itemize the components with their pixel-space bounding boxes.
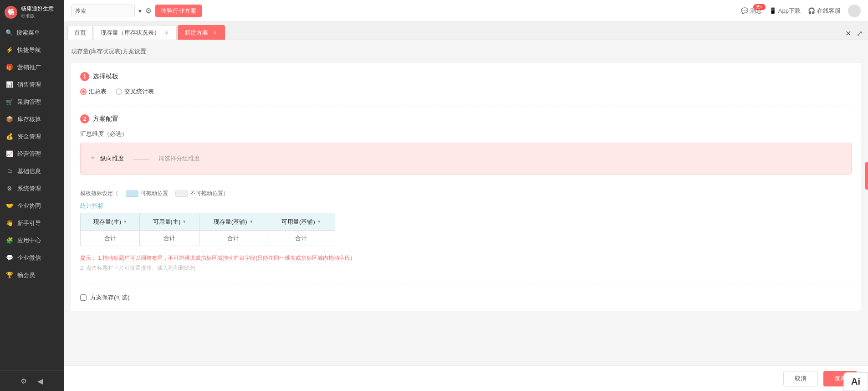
legend-draggable-box <box>126 190 138 197</box>
marketing-icon: 🎁 <box>5 63 14 72</box>
dim-separator: —— <box>133 154 149 164</box>
indicator-legend: 模板指标设定（ 可拖动位置 不可拖动位置） <box>80 190 852 197</box>
quicknav-icon: ⚡ <box>5 46 14 54</box>
table-header-row: 现存量(主) ▾ 可用量(主) ▾ <box>81 213 335 231</box>
legend-draggable-item: 可拖动位置 <box>126 190 168 197</box>
step1-header: 1 选择模板 <box>80 72 852 81</box>
sidebar-item-purchase[interactable]: 🛒 采购管理 <box>0 93 64 111</box>
step1-section: 1 选择模板 汇总表 交叉统计表 <box>80 72 852 96</box>
save-row: 方案保存(可选) <box>80 293 852 302</box>
topbar-online-service[interactable]: 🎧 在线客服 <box>808 7 841 15</box>
cell-1: 合计 <box>81 231 140 246</box>
service-icon: 🎧 <box>808 7 815 14</box>
col1-chevron[interactable]: ▾ <box>124 219 127 225</box>
cancel-button[interactable]: 取消 <box>783 371 818 386</box>
col-header-1[interactable]: 现存量(主) ▾ <box>81 213 140 231</box>
content-area: 现存量(库存状况表)方案设置 1 选择模板 汇总表 <box>64 40 868 365</box>
operations-icon: 📈 <box>5 150 14 158</box>
right-panel-handle[interactable] <box>865 162 868 190</box>
sidebar-item-marketing[interactable]: 🎁 营销推广 <box>0 59 64 76</box>
sidebar-search[interactable]: 🔍 搜索菜单 <box>0 24 64 41</box>
col-header-4[interactable]: 可用量(基辅) ▾ <box>267 213 335 231</box>
user-avatar[interactable] <box>848 5 861 17</box>
window-expand-btn[interactable]: ⤢ <box>855 27 864 40</box>
message-badge: 99+ <box>753 4 766 10</box>
topbar-dropdown-btn[interactable]: ▾ <box>138 7 142 15</box>
sidebar-collapse-btn[interactable]: ◀ <box>34 375 46 387</box>
dimension-box[interactable]: * 纵向维度 —— 请选择分组维度 <box>80 143 852 175</box>
table-row: 合计 合计 合计 合计 <box>81 231 335 246</box>
tab-inventory[interactable]: 现存量（库存状况表） × <box>94 25 177 40</box>
sidebar-bottom: ⚙ ◀ <box>0 370 64 391</box>
topbar-gear-icon[interactable]: ⚙ <box>145 6 152 15</box>
tab-new-scheme[interactable]: 新建方案 × <box>178 25 225 40</box>
sidebar-logo: 畅 畅康通好生意 标准版 <box>0 0 64 24</box>
search-icon: 🔍 <box>5 29 13 36</box>
sidebar-item-basics[interactable]: 🗂 基础信息 <box>0 163 64 180</box>
window-close-btn[interactable]: ✕ <box>843 27 853 40</box>
sidebar-item-collab[interactable]: 🤝 企业协同 <box>0 197 64 215</box>
vertical-dim-label: 纵向维度 <box>100 154 124 163</box>
col-header-3[interactable]: 现存量(基辅) ▾ <box>199 213 267 231</box>
sidebar-item-inventory[interactable]: 📦 库存核算 <box>0 111 64 128</box>
sidebar-item-newbie[interactable]: 👋 新手引导 <box>0 215 64 232</box>
sidebar-item-quicknav[interactable]: ⚡ 快捷导航 <box>0 41 64 59</box>
tab-home[interactable]: 首页 <box>67 25 93 40</box>
required-star: * <box>92 155 94 162</box>
sidebar-item-appcenter[interactable]: 🧩 应用中心 <box>0 232 64 249</box>
collab-icon: 🤝 <box>5 202 14 210</box>
main-area: ▾ ⚙ 体验行业方案 💬 消息 99+ 📱 App下载 🎧 在线客服 首页 <box>64 0 868 391</box>
topbar-search-input[interactable] <box>71 5 135 17</box>
col-header-2[interactable]: 可用量(主) ▾ <box>140 213 199 231</box>
appcenter-icon: 🧩 <box>5 237 14 245</box>
radio-summary-dot <box>82 90 85 93</box>
system-icon: ⚙ <box>5 185 14 193</box>
legend-fixed-item: 不可拖动位置） <box>175 190 229 197</box>
cell-3: 合计 <box>199 231 267 246</box>
app-icon: 📱 <box>769 7 776 14</box>
finance-icon: 💰 <box>5 133 14 141</box>
page-title: 现存量(库存状况表)方案设置 <box>71 47 861 56</box>
template-radio-group: 汇总表 交叉统计表 <box>80 87 852 96</box>
tab-new-scheme-close[interactable]: × <box>212 30 218 36</box>
sidebar-item-system[interactable]: ⚙ 系统管理 <box>0 180 64 197</box>
col3-chevron[interactable]: ▾ <box>250 219 253 225</box>
sidebar-item-sales[interactable]: 📊 销售管理 <box>0 76 64 93</box>
tip-1: 1.拖动标题栏可以调整布局，不可跨维度或指标区域拖动栏目字段(只能在同一维度或指… <box>98 255 352 261</box>
tips-section: 提示： 1.拖动标题栏可以调整布局，不可跨维度或指标区域拖动栏目字段(只能在同一… <box>80 253 852 273</box>
step2-title: 方案配置 <box>93 115 118 123</box>
logo-text: 畅康通好生意 标准版 <box>21 5 54 19</box>
sidebar-item-finance[interactable]: 💰 资金管理 <box>0 128 64 145</box>
window-controls: ✕ ⤢ <box>843 27 864 40</box>
summary-dim-label: 汇总维度（必选） <box>80 130 852 138</box>
tab-inventory-close[interactable]: × <box>163 30 170 36</box>
trial-btn[interactable]: 体验行业方案 <box>155 5 202 17</box>
col2-chevron[interactable]: ▾ <box>183 219 186 225</box>
topbar-app-download[interactable]: 📱 App下载 <box>769 7 801 15</box>
legend-fixed-box <box>175 190 188 197</box>
step1-num: 1 <box>80 72 89 81</box>
logo-icon: 畅 <box>5 6 17 19</box>
cell-4: 合计 <box>267 231 335 246</box>
save-checkbox[interactable] <box>80 294 87 301</box>
sidebar-item-weixin[interactable]: 💬 企业微信 <box>0 249 64 267</box>
radio-summary[interactable]: 汇总表 <box>80 87 107 96</box>
col4-chevron[interactable]: ▾ <box>318 219 321 225</box>
stats-section: 统计指标 现存量(主) ▾ <box>80 202 852 246</box>
sidebar-settings-btn[interactable]: ⚙ <box>17 375 30 387</box>
ai-badge[interactable]: Ai <box>843 372 868 391</box>
sidebar-item-operations[interactable]: 📈 经营管理 <box>0 145 64 163</box>
radio-cross[interactable]: 交叉统计表 <box>116 87 154 96</box>
settings-card: 1 选择模板 汇总表 交叉统计表 <box>71 63 861 311</box>
sidebar: 畅 畅康通好生意 标准版 🔍 搜索菜单 ⚡ 快捷导航 🎁 营销推广 📊 销售管理… <box>0 0 64 391</box>
inventory-icon: 📦 <box>5 115 14 123</box>
topbar-message[interactable]: 💬 消息 99+ <box>741 7 762 15</box>
tabbar: 首页 现存量（库存状况表） × 新建方案 × ✕ ⤢ <box>64 22 868 40</box>
sidebar-item-member[interactable]: 🏆 畅会员 <box>0 267 64 284</box>
legend-draggable-label: 可拖动位置 <box>141 190 168 197</box>
dim-placeholder: 请选择分组维度 <box>158 154 200 163</box>
footer-bar: 取消 查询 <box>64 365 868 391</box>
topbar: ▾ ⚙ 体验行业方案 💬 消息 99+ 📱 App下载 🎧 在线客服 <box>64 0 868 22</box>
divider1 <box>80 107 852 107</box>
step2-header: 2 方案配置 <box>80 114 852 123</box>
